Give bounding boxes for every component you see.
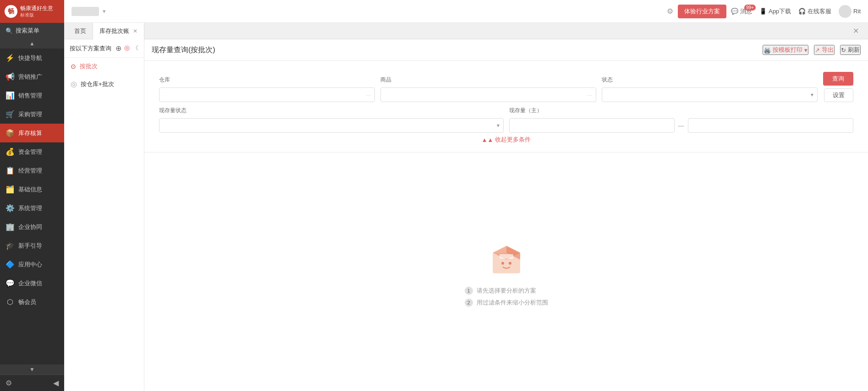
status-chevron-icon: ▾ <box>811 92 813 98</box>
print-btn[interactable]: 🖨️ 按模板打印 ▾ <box>763 45 808 55</box>
svg-point-5 <box>509 262 511 265</box>
sidebar-item-basic[interactable]: 🗂️ 基础信息 <box>0 180 64 199</box>
sidebar-item-operation[interactable]: 📋 经营管理 <box>0 161 64 180</box>
print-icon: 🖨️ <box>764 47 771 54</box>
product-dots: ··· <box>587 92 592 98</box>
sidebar-item-finance[interactable]: 💰 资金管理 <box>0 142 64 161</box>
product-field: 商品 ··· <box>380 76 596 102</box>
stock-qty-min-input[interactable] <box>509 118 675 133</box>
scheme-inactive-icon: ◎ <box>71 80 77 88</box>
sidebar-item-marketing[interactable]: 📢 营销推广 <box>0 67 64 86</box>
refresh-icon: ↻ <box>841 47 846 54</box>
app-download-btn[interactable]: 📱 App下载 <box>759 7 791 16</box>
empty-tip-1: 1 请先选择要分析的方案 <box>465 287 548 295</box>
tab-panel-close-icon[interactable]: ✕ <box>847 27 864 35</box>
export-btn[interactable]: ↗ 导出 <box>814 45 835 55</box>
appcenter-icon: 🔷 <box>5 260 15 269</box>
sidebar-search[interactable]: 🔍 搜索菜单 <box>0 23 64 38</box>
stock-qty-label: 现存量（主） <box>509 107 854 114</box>
page-header: 现存量查询(按批次) 🖨️ 按模板打印 ▾ ↗ 导出 ↻ 刷新 <box>144 39 868 61</box>
warehouse-dots: ··· <box>366 92 371 98</box>
warehouse-input[interactable]: ··· <box>159 87 375 102</box>
trial-btn[interactable]: 体验行业方案 <box>678 5 726 18</box>
collapse-up-icon: ▲▲ <box>482 136 494 143</box>
empty-tips: 1 请先选择要分析的方案 2 用过滤条件来缩小分析范围 <box>465 287 548 307</box>
sidebar-item-wechat[interactable]: 💬 企业微信 <box>0 274 64 293</box>
stock-qty-field: 现存量（主） — <box>509 107 854 133</box>
app-title: 畅康通好生意 标准版 <box>20 5 53 18</box>
stock-qty-dash: — <box>676 122 686 129</box>
marketing-icon: 📢 <box>5 72 15 81</box>
scheme-item-by-warehouse-batch[interactable]: ◎ 按仓库+批次 <box>64 75 144 93</box>
collapse-bar[interactable]: ▲▲ 收起更多条件 <box>152 133 861 147</box>
refresh-btn[interactable]: ↻ 刷新 <box>840 45 861 55</box>
sidebar-item-member[interactable]: ⬡ 畅会员 <box>0 293 64 311</box>
filter-fields-row2: 现存量状态 ▾ 现存量（主） <box>152 102 861 133</box>
enterprise-icon: 🏢 <box>5 223 15 231</box>
stock-status-label: 现存量状态 <box>159 107 504 114</box>
search-icon: 🔍 <box>5 27 13 34</box>
sidebar-item-inventory[interactable]: 📦 库存核算 <box>0 124 64 142</box>
sidebar-scroll-down[interactable]: ▼ <box>0 364 64 375</box>
scheme-add-btn[interactable]: ⊕ <box>115 44 121 53</box>
settings-button[interactable]: 设置 <box>824 88 853 102</box>
filter-top-row: 仓库 ··· 商品 ··· <box>152 66 861 133</box>
scheme-collapse-icon[interactable]: 《 <box>132 44 138 53</box>
svg-point-4 <box>501 262 504 265</box>
scheme-active-icon: ⊙ <box>71 63 76 70</box>
status-select[interactable]: ▾ <box>602 87 818 102</box>
product-label: 商品 <box>380 76 596 84</box>
stock-qty-max-input[interactable] <box>688 118 853 133</box>
online-service-btn[interactable]: 🎧 在线客服 <box>798 7 831 16</box>
message-badge: 99+ <box>744 5 756 11</box>
tab-home[interactable]: 首页 <box>68 23 93 39</box>
tab-close-icon[interactable]: ✕ <box>133 28 137 34</box>
sidebar-scroll-up[interactable]: ▲ <box>0 38 64 49</box>
scheme-item-by-batch[interactable]: ⊙ 按批次 <box>64 58 144 75</box>
filter-fields-row1: 仓库 ··· 商品 ··· <box>152 66 861 102</box>
empty-box-svg <box>486 237 527 278</box>
sidebar-item-quicknav[interactable]: ⚡ 快捷导航 <box>0 49 64 67</box>
settings-icon[interactable]: ⚙ <box>5 379 12 387</box>
scheme-target-icon[interactable]: ◎ <box>124 44 130 53</box>
export-icon: ↗ <box>815 47 820 54</box>
status-field: 状态 ▾ <box>602 76 818 102</box>
page-title: 现存量查询(按批次) <box>152 45 215 55</box>
sidebar-item-purchase[interactable]: 🛒 采购管理 <box>0 105 64 124</box>
stock-status-select[interactable]: ▾ <box>159 118 504 133</box>
basic-icon: 🗂️ <box>5 185 15 194</box>
collapse-icon[interactable]: ◀ <box>53 379 59 387</box>
tab-batch-account[interactable]: 库存批次账 ✕ <box>93 23 144 39</box>
query-button[interactable]: 查询 <box>823 72 853 86</box>
finance-icon: 💰 <box>5 147 15 156</box>
svg-rect-3 <box>500 254 513 259</box>
scheme-panel: 按以下方案查询 ⊕ ◎ 《 ⊙ 按批次 ◎ 按仓库+批次 <box>64 39 144 391</box>
page-content: 按以下方案查询 ⊕ ◎ 《 ⊙ 按批次 ◎ 按仓库+批次 现存量查询(按批次) <box>64 39 868 391</box>
filter-action-area: 查询 设置 <box>823 72 853 102</box>
sidebar-item-enterprise[interactable]: 🏢 企业协同 <box>0 217 64 236</box>
sidebar-item-sales[interactable]: 📊 销售管理 <box>0 86 64 105</box>
stock-status-field: 现存量状态 ▾ <box>159 107 504 133</box>
breadcrumb: ▾ <box>71 7 662 16</box>
sidebar-nav: ⚡ 快捷导航 📢 营销推广 📊 销售管理 🛒 采购管理 📦 库存核算 💰 资金管… <box>0 49 64 364</box>
sidebar-item-newbie[interactable]: 🎓 新手引导 <box>0 236 64 255</box>
warehouse-field: 仓库 ··· <box>159 76 375 102</box>
messages-btn[interactable]: 💬 消息 99+ <box>731 7 752 16</box>
stock-status-chevron-icon: ▾ <box>497 122 500 129</box>
wechat-icon: 💬 <box>5 279 15 288</box>
topbar-right: 💬 消息 99+ 📱 App下载 🎧 在线客服 Rit <box>731 5 861 18</box>
topbar: ▾ ⚙ 体验行业方案 💬 消息 99+ 📱 App下载 🎧 在线客服 Rit <box>64 0 868 23</box>
sidebar-footer: ⚙ ◀ <box>0 375 64 391</box>
product-input[interactable]: ··· <box>380 87 596 102</box>
sidebar-item-system[interactable]: ⚙️ 系统管理 <box>0 199 64 217</box>
user-avatar-btn[interactable]: Rit <box>839 5 861 18</box>
avatar <box>839 5 852 18</box>
sidebar-item-appcenter[interactable]: 🔷 应用中心 <box>0 255 64 274</box>
operation-icon: 📋 <box>5 166 15 175</box>
member-icon: ⬡ <box>5 298 15 306</box>
warehouse-label: 仓库 <box>159 76 375 84</box>
system-icon: ⚙️ <box>5 204 15 212</box>
filter-main: 仓库 ··· 商品 ··· <box>152 66 861 133</box>
print-chevron-icon: ▾ <box>804 47 808 54</box>
topbar-settings-icon[interactable]: ⚙ <box>667 7 673 16</box>
